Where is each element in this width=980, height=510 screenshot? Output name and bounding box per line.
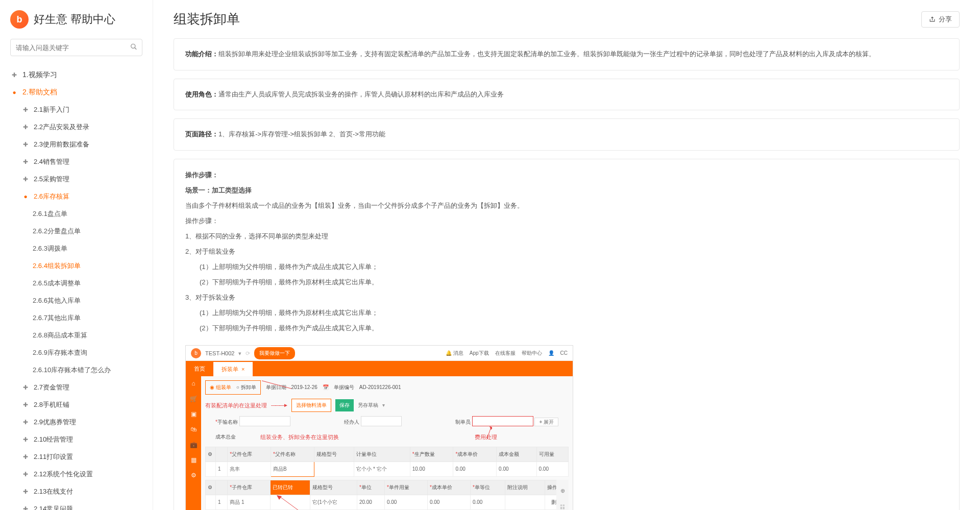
nav-label: 2.10经营管理 <box>34 435 73 444</box>
service-link[interactable]: 在线客服 <box>495 348 516 358</box>
embedded-screenshot: b TEST-H002 ▾ ⟳ 我要做做一下 🔔 消息 App下载 在线客服 帮… <box>185 345 573 510</box>
cost-label: 成本总金 <box>215 432 236 442</box>
plus-icon: ✚ <box>21 158 30 166</box>
tool-icon[interactable]: ⊕ <box>560 485 565 496</box>
field-label: 手输名称 <box>217 419 238 425</box>
nav-label: 2.5采购管理 <box>34 175 69 184</box>
ss-name-input[interactable] <box>239 416 290 426</box>
gear-icon[interactable]: ⚙ <box>189 471 198 479</box>
nav-2-6-1[interactable]: 2.6.1盘点单 <box>33 205 142 223</box>
right-tool-strip: ⊕ ☷ <box>556 480 569 510</box>
page-title: 组装拆卸单 <box>174 10 240 28</box>
date-value: 2019-12-26 <box>291 382 317 393</box>
plus-icon: ✚ <box>21 470 30 478</box>
nav-2-6-7[interactable]: 2.6.7其他出库单 <box>33 309 142 327</box>
nav-2-1[interactable]: ✚2.1新手入门 <box>21 101 142 118</box>
nav-2-8[interactable]: ✚2.8手机旺铺 <box>21 396 142 414</box>
bag-icon[interactable]: 🛍 <box>189 425 198 433</box>
plus-icon: ✚ <box>21 505 30 510</box>
nav-2-2[interactable]: ✚2.2产品安装及登录 <box>21 118 142 136</box>
intro-card: 功能介绍：组装拆卸单用来处理企业组装或拆卸等加工业务，支持有固定装配清单的产品加… <box>174 38 960 70</box>
nav-2-12[interactable]: ✚2.12系统个性化设置 <box>21 466 142 483</box>
step-text: (2）下部明细为子件明细，最终作为原材料生成其它出库单。 <box>185 276 948 289</box>
nav-2-4[interactable]: ✚2.4销售管理 <box>21 153 142 171</box>
steps-block: 操作步骤： 场景一：加工类型选择 当由多个子件材料组装成一个成品的业务为【组装】… <box>174 159 960 510</box>
step-text: (1）上部明细为父件明细，最终作为产成品生成其它入库单； <box>185 260 948 274</box>
doc-label: 单据编号 <box>334 382 354 393</box>
nav-docs[interactable]: ●2.帮助文档 <box>10 84 142 101</box>
ss-maker-input[interactable] <box>472 416 533 426</box>
bell-icon[interactable]: 🔔 消息 <box>446 348 463 358</box>
field-label: 制单员 <box>455 419 471 425</box>
ss-type-radio[interactable]: ◉ 组装单 ○ 拆卸单 <box>205 380 261 395</box>
avatar-icon[interactable]: 👤 <box>548 348 554 358</box>
tool-icon[interactable]: ☷ <box>560 501 565 510</box>
list-icon[interactable]: ▦ <box>189 456 198 464</box>
nav-2-3[interactable]: ✚2.3使用前数据准备 <box>21 136 142 153</box>
ss-tab-assembly[interactable]: 拆装单 × <box>213 361 253 376</box>
child-table: ⚙*子件仓库已转已转规格型号*单位*单件用量*成本单价*单等位附注说明操作 1商… <box>205 480 569 510</box>
nav-2-10[interactable]: ✚2.10经营管理 <box>21 431 142 448</box>
nav-2-6-2[interactable]: 2.6.2分量盘点单 <box>33 223 142 240</box>
step-text: 3、对于拆装业务 <box>185 291 948 304</box>
nav-2-9[interactable]: ✚2.9优惠券管理 <box>21 414 142 431</box>
nav-2-13[interactable]: ✚2.13在线支付 <box>21 483 142 500</box>
ss-tab-home[interactable]: 首页 <box>186 361 213 376</box>
plus-icon: ✚ <box>21 140 30 149</box>
search-input[interactable] <box>10 39 142 56</box>
nav-2-6-9[interactable]: 2.6.9库存账本查询 <box>33 344 142 361</box>
card-label: 使用角色： <box>185 90 218 98</box>
main: 组装拆卸单 分享 功能介绍：组装拆卸单用来处理企业组装或拆卸等加工业务，支持有固… <box>153 0 980 510</box>
ss-select-bom-button[interactable]: 选择物料清单 <box>291 399 331 412</box>
nav-2-7[interactable]: ✚2.7资金管理 <box>21 379 142 396</box>
nav-label: 2.11打印设置 <box>34 452 73 462</box>
nav-label: 2.12系统个性化设置 <box>34 470 93 479</box>
share-button[interactable]: 分享 <box>921 11 960 28</box>
ss-topbar: b TEST-H002 ▾ ⟳ 我要做做一下 🔔 消息 App下载 在线客服 帮… <box>186 346 573 361</box>
nav-label: 2.2产品安装及登录 <box>34 123 89 132</box>
svg-line-2 <box>487 427 491 439</box>
nav-2-6-10[interactable]: 2.6.10库存账本错了怎么办 <box>33 361 142 379</box>
box-icon[interactable]: ▣ <box>189 410 198 418</box>
nav-2-6[interactable]: ●2.6库存核算 <box>21 188 142 205</box>
scene-title: 场景一：加工类型选择 <box>185 186 252 194</box>
selected-cell[interactable]: 商品B <box>271 462 314 476</box>
ss-handler-input[interactable] <box>361 416 402 426</box>
parent-table: ⚙*父件仓库*父件名称规格型号计量单位*生产数量*成本单价成本金额可用量 1兆丰… <box>205 447 569 477</box>
nav-2-6-3[interactable]: 2.6.3调拨单 <box>33 240 142 257</box>
nav-2-6-6[interactable]: 2.6.6其他入库单 <box>33 292 142 309</box>
plus-icon: ✚ <box>21 383 30 392</box>
ss-tabbar: 首页 拆装单 × <box>186 361 573 376</box>
help-link[interactable]: 帮助中心 <box>522 348 542 358</box>
wallet-icon[interactable]: 💼 <box>189 441 198 449</box>
ss-save-button[interactable]: 保存 <box>335 399 354 411</box>
logo-text: 好生意 帮助中心 <box>34 12 115 27</box>
path-card: 页面路径：1、库存核算->库存管理->组装拆卸单 2、首页->常用功能 <box>174 118 960 151</box>
ss-top-button[interactable]: 我要做做一下 <box>254 347 295 359</box>
card-label: 功能介绍： <box>185 50 218 58</box>
ss-expand-button[interactable]: + 展开 <box>534 418 558 426</box>
app-link[interactable]: App下载 <box>470 348 489 358</box>
logo-icon: b <box>10 10 29 29</box>
nav-2-6-4[interactable]: 2.6.4组装拆卸单 <box>33 257 142 275</box>
cart-icon[interactable]: 🛒 <box>189 395 198 403</box>
nav-2-5[interactable]: ✚2.5采购管理 <box>21 171 142 188</box>
nav-label: 2.4销售管理 <box>34 157 69 166</box>
ss-body: ⌂ 🛒 ▣ 🛍 💼 ▦ ⚙ ◉ 组装单 ○ <box>186 376 573 510</box>
steps-title: 操作步骤： <box>185 171 218 179</box>
nav-label: 2.帮助文档 <box>22 88 57 97</box>
nav-2-14[interactable]: ✚2.14常见问题 <box>21 500 142 510</box>
nav-2-11[interactable]: ✚2.11打印设置 <box>21 448 142 466</box>
plus-icon: ✚ <box>21 488 30 496</box>
minus-icon: ● <box>21 192 30 201</box>
nav-sub2: 2.6.1盘点单 2.6.2分量盘点单 2.6.3调拨单 2.6.4组装拆卸单 … <box>21 205 142 379</box>
home-icon[interactable]: ⌂ <box>189 379 198 387</box>
nav-2-6-5[interactable]: 2.6.5成本调整单 <box>33 275 142 292</box>
ss-draft-button[interactable]: 另存草稿 <box>358 400 378 410</box>
plus-icon: ✚ <box>10 71 18 79</box>
nav-video[interactable]: ✚1.视频学习 <box>10 66 142 84</box>
card-label: 页面路径： <box>185 130 218 138</box>
ss-logo-icon: b <box>191 348 201 358</box>
step-text: (2）下部明细为子件明细，最终作为产成品生成其它入库单。 <box>185 322 948 335</box>
nav-2-6-8[interactable]: 2.6.8商品成本重算 <box>33 327 142 344</box>
